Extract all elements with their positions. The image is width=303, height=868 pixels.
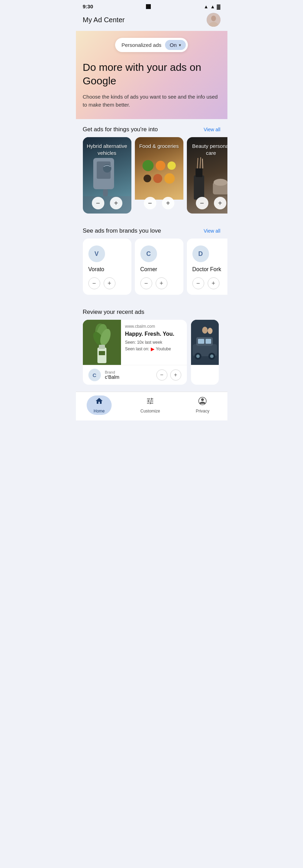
fruit-dark [144,175,151,182]
nav-item-home[interactable]: Home [87,395,112,415]
svg-point-30 [196,354,200,358]
privacy-icon [198,397,207,407]
platform-label: Youtube [156,347,171,351]
avatar[interactable] [207,13,220,27]
nav-item-customize[interactable]: Customize [133,395,167,415]
ad-card-cbalm: www.cbalm.com Happy. Fresh. You. Seen: 1… [83,320,187,385]
svg-rect-5 [103,189,108,196]
like-corner-button[interactable]: + [156,277,167,289]
svg-rect-8 [196,168,202,177]
ad-brand-info: Brand c'Balm [105,370,156,380]
main-content: Get ads for things you're into View all … [76,119,227,392]
dislike-vorato-button[interactable]: − [88,277,100,289]
brands-view-all[interactable]: View all [204,228,220,234]
recent-ads-scroll: www.cbalm.com Happy. Fresh. You. Seen: 1… [76,320,227,392]
category-label-hybrid: Hybrid alternative vehicles [83,143,131,156]
brand-card-vorato: V Vorato − + [83,239,131,295]
ad-seen: Seen: 10x last week [125,340,183,345]
status-icons: ▲ ▲ ▓ [204,4,220,9]
svg-point-33 [208,328,213,334]
like-vorato-button[interactable]: + [104,277,115,289]
dislike-food-button[interactable]: − [144,197,156,209]
dislike-beauty-button[interactable]: − [196,197,208,209]
ad-info-cbalm: www.cbalm.com Happy. Fresh. You. Seen: 1… [121,320,187,365]
nav-label-privacy: Privacy [196,409,209,414]
brand-actions-vorato: − + [88,277,115,289]
brand-cards-scroll: V Vorato − + C Corner − + D Doctor Fork [76,239,227,302]
svg-line-11 [202,159,203,168]
ad-card-bottom: C Brand c'Balm − + [83,365,187,385]
status-time: 9:30 [83,3,93,9]
brand-avatar-doctorfork: D [192,245,209,262]
bottom-nav: Home Customize Privacy [76,392,227,420]
fruit-orange [156,161,165,170]
ad-tagline: Happy. Fresh. You. [125,331,183,337]
svg-point-13 [214,179,227,186]
like-cbalm-button[interactable]: + [170,369,181,381]
category-card-food: Food & groceries − + [135,137,183,214]
like-beauty-button[interactable]: + [214,197,226,209]
category-label-food: Food & groceries [135,143,183,150]
hero-subtitle: Choose the kinds of ads you want to see … [83,93,220,109]
youtube-icon: ▶ [151,346,155,352]
ad-brand-actions: − + [156,369,181,381]
ads-for-you-view-all[interactable]: View all [204,127,220,132]
brand-card-doctorfork: D Doctor Fork − + [187,239,227,295]
svg-point-31 [210,354,214,358]
nav-item-privacy[interactable]: Privacy [189,395,216,415]
card-actions-beauty: − + [187,197,227,209]
dislike-hybrid-button[interactable]: − [92,197,104,209]
brand-name-vorato: Vorato [88,266,104,273]
ad-image-cbalm [83,320,121,365]
ad-brand-initial: C [93,372,96,378]
fruit-yellow [164,173,175,184]
category-label-beauty: Beauty personal care [187,143,227,156]
category-cards-scroll: Hybrid alternative vehicles − + Food & g… [76,137,227,220]
ad-card-partial [191,320,219,385]
nav-label-customize: Customize [140,409,160,414]
card-actions-food: − + [135,197,183,209]
fruit-red [153,174,162,183]
home-icon [95,397,103,407]
nav-label-home: Home [94,409,105,414]
wifi-icon: ▲ [204,4,209,9]
svg-rect-7 [194,175,204,200]
customize-icon [146,397,154,407]
brand-name-corner: Corner [140,266,157,273]
ad-url: www.cbalm.com [125,324,183,329]
on-button-text: On [170,42,177,48]
fruit-green [142,160,154,171]
ad-brand-avatar: C [88,369,101,381]
like-food-button[interactable]: + [162,197,174,209]
status-bar: 9:30 ▲ ▲ ▓ [76,0,227,11]
seen-on-label: Seen last on: [125,347,149,351]
dislike-cbalm-button[interactable]: − [156,369,167,381]
svg-rect-21 [99,345,105,349]
header: My Ad Center [76,11,227,31]
ad-seen-on: Seen last on: ▶ Youtube [125,346,183,352]
brand-avatar-corner: C [140,245,157,262]
partial-ad-image [191,320,219,365]
brand-name-doctorfork: Doctor Fork [192,266,222,273]
brand-initial-doctorfork: D [198,250,203,258]
brand-card-corner: C Corner − + [135,239,183,295]
on-button[interactable]: On ▾ [165,40,186,50]
recent-ads-title: Review your recent ads [83,309,145,315]
ad-card-top: www.cbalm.com Happy. Fresh. You. Seen: 1… [83,320,187,365]
fruit-lemon [167,161,176,170]
hero-section: Personalized ads On ▾ Do more with your … [76,31,227,119]
dislike-corner-button[interactable]: − [140,277,152,289]
page-title: My Ad Center [83,16,125,24]
like-hybrid-button[interactable]: + [110,197,122,209]
personalized-label: Personalized ads [121,42,161,48]
ad-brand-label: Brand [105,370,156,374]
signal-icon: ▲ [210,4,215,9]
svg-rect-22 [99,351,105,355]
like-doctorfork-button[interactable]: + [208,277,219,289]
brand-initial-vorato: V [94,250,98,258]
brand-actions-corner: − + [140,277,167,289]
dislike-doctorfork-button[interactable]: − [192,277,204,289]
brand-avatar-vorato: V [88,245,105,262]
svg-rect-20 [97,348,106,363]
chevron-down-icon: ▾ [179,43,181,48]
